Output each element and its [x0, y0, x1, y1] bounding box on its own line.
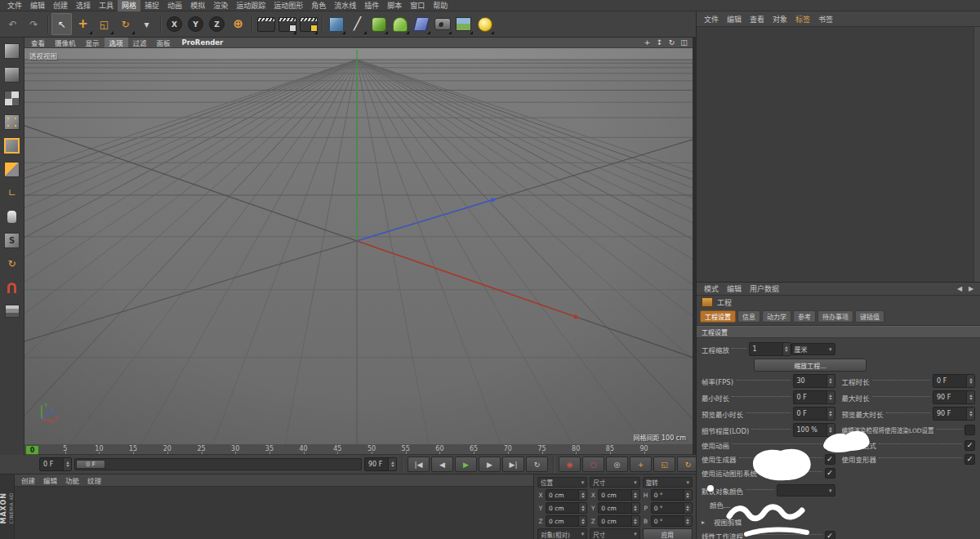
coord-spinner[interactable] — [631, 490, 639, 500]
redo-button[interactable]: ↷ — [24, 13, 44, 35]
last-used-tool-button[interactable]: ▾ — [136, 13, 157, 35]
edit-render-settings-button[interactable] — [298, 13, 318, 35]
coord-spinner[interactable] — [578, 503, 586, 513]
coord-spinner[interactable] — [684, 490, 692, 500]
attribute-tab[interactable]: 参考 — [793, 310, 816, 323]
attribute-menu-item[interactable]: 用户数据 — [746, 283, 783, 295]
coord-value-field[interactable]: 0 cm — [598, 502, 639, 514]
render-view-button[interactable] — [256, 13, 276, 35]
live-selection-button[interactable]: ↖ — [51, 13, 72, 35]
rotate-view-icon[interactable]: ↻ — [666, 38, 677, 47]
field-spinner[interactable] — [966, 375, 974, 387]
goto-start-button[interactable]: |◀ — [408, 457, 430, 472]
value-field[interactable]: 0 F — [793, 390, 835, 404]
field-spinner[interactable] — [782, 343, 791, 355]
coord-value-field[interactable]: 0 cm — [598, 515, 639, 527]
attribute-tab[interactable]: 信息 — [737, 310, 760, 323]
texture-mode-button[interactable] — [2, 88, 22, 108]
coord-header[interactable]: 尺寸▾ — [590, 477, 639, 488]
menubar-item[interactable]: 编辑 — [26, 0, 49, 11]
coord-value-field[interactable]: 0 cm — [598, 489, 639, 501]
rotate-tool-button[interactable]: ↻ — [115, 13, 136, 35]
coord-value-field[interactable]: 0 ° — [651, 515, 693, 527]
menu-prorender[interactable]: ProRender — [177, 38, 229, 47]
timeline-slider[interactable]: 0 F — [74, 458, 362, 470]
autokeying-button[interactable]: ○ — [582, 457, 604, 472]
generators-button[interactable] — [390, 13, 410, 35]
coord-spinner[interactable] — [578, 490, 586, 500]
menubar-item[interactable]: 动画 — [163, 0, 186, 11]
scale-project-button[interactable]: 缩放工程... — [754, 359, 866, 372]
model-mode-button[interactable] — [2, 65, 22, 84]
viewport-menu-item[interactable]: 显示 — [81, 38, 105, 47]
undo-button[interactable]: ↶ — [2, 13, 23, 35]
polygon-mode-button[interactable] — [2, 159, 22, 179]
value-field[interactable]: 0 F — [793, 407, 835, 421]
material-menu-item[interactable]: 纹理 — [83, 475, 105, 485]
attribute-section-header[interactable]: 工程设置 — [697, 326, 980, 338]
spline-pen-button[interactable]: ╱ — [347, 13, 368, 35]
attribute-menu-item[interactable]: 编辑 — [723, 283, 746, 295]
viewport-menu-item[interactable]: 选项 — [105, 38, 128, 47]
object-manager-list[interactable] — [697, 27, 980, 283]
checkbox[interactable]: ✓ — [825, 468, 835, 479]
menubar-item[interactable]: 渲染 — [209, 0, 232, 11]
coord-value-field[interactable]: 0 cm — [546, 489, 587, 501]
field-spinner[interactable] — [966, 408, 974, 420]
coord-spinner[interactable] — [684, 503, 692, 513]
menubar-item[interactable]: 插件 — [360, 0, 383, 11]
apply-button[interactable]: 应用 — [643, 528, 693, 539]
checkbox[interactable]: ✓ — [825, 440, 835, 451]
value-field[interactable]: 90 F — [933, 407, 975, 421]
menubar-item[interactable]: 运动图形 — [270, 0, 307, 11]
scale-unit-dropdown[interactable]: 厘米▾ — [791, 343, 835, 355]
timeline-playhead[interactable]: 0 — [25, 445, 39, 455]
soft-selection-button[interactable]: S — [2, 230, 22, 250]
coordinate-system-button[interactable]: ⊕ — [228, 13, 248, 35]
make-editable-button[interactable] — [2, 41, 22, 60]
end-frame-spinner[interactable] — [388, 458, 396, 470]
axis-mode-button[interactable]: ∟ — [2, 183, 22, 203]
move-tool-button[interactable]: + — [73, 13, 93, 35]
value-field[interactable]: 30 — [793, 374, 835, 388]
lock-z-axis-button[interactable]: Z — [207, 13, 227, 35]
back-icon[interactable]: ◀ — [954, 284, 965, 294]
attribute-tab[interactable]: 工程设置 — [700, 310, 736, 323]
rotate-workplane-button[interactable]: ↻ — [2, 254, 22, 274]
snapping-button[interactable] — [2, 278, 22, 297]
object-manager-menu-item[interactable]: 对象 — [768, 13, 791, 25]
previous-frame-button[interactable]: ◀ — [431, 457, 453, 472]
play-mode-button[interactable]: ↻ — [526, 457, 548, 472]
expand-triangle-icon[interactable]: ▸ — [702, 519, 705, 526]
deformers-button[interactable] — [411, 13, 431, 35]
menubar-item[interactable]: 窗口 — [406, 0, 429, 11]
material-menu-item[interactable]: 编辑 — [39, 475, 61, 485]
project-scale-field[interactable]: 1 — [749, 342, 791, 356]
toggle-layout-icon[interactable]: ◫ — [679, 38, 689, 47]
workplane-button[interactable] — [2, 301, 22, 321]
light-button[interactable] — [474, 13, 495, 35]
coord-value-field[interactable]: 0 ° — [651, 489, 693, 501]
menubar-item[interactable]: 捕捉 — [140, 0, 163, 11]
end-frame-field[interactable]: 90 F — [364, 457, 397, 471]
viewport-menu-item[interactable]: 查看 — [26, 38, 50, 47]
timeline-slider-handle[interactable]: 0 F — [76, 460, 105, 469]
scale-tool-button[interactable]: ◱ — [94, 13, 114, 35]
menubar-item[interactable]: 选择 — [72, 0, 95, 11]
forward-icon[interactable]: ▶ — [965, 284, 977, 294]
menubar-item[interactable]: 网格 — [118, 0, 140, 11]
material-menu-item[interactable]: 创建 — [17, 475, 39, 485]
lock-x-axis-button[interactable]: X — [164, 13, 185, 35]
attribute-tab[interactable]: 键插值 — [855, 310, 884, 323]
attribute-menu-item[interactable]: 模式 — [700, 283, 723, 295]
lock-y-axis-button[interactable]: Y — [185, 13, 206, 35]
value-field[interactable]: 100 % — [793, 423, 835, 437]
coord-value-field[interactable]: 0 cm — [546, 502, 587, 514]
material-menu-item[interactable]: 功能 — [61, 475, 83, 485]
record-scale-button[interactable]: ◱ — [653, 457, 675, 472]
coord-value-field[interactable]: 0 cm — [546, 515, 587, 527]
menubar-item[interactable]: 角色 — [307, 0, 330, 11]
keyframe-selection-button[interactable]: ◎ — [606, 457, 628, 472]
goto-end-button[interactable]: ▶| — [502, 457, 524, 472]
add-cube-button[interactable] — [326, 13, 346, 35]
